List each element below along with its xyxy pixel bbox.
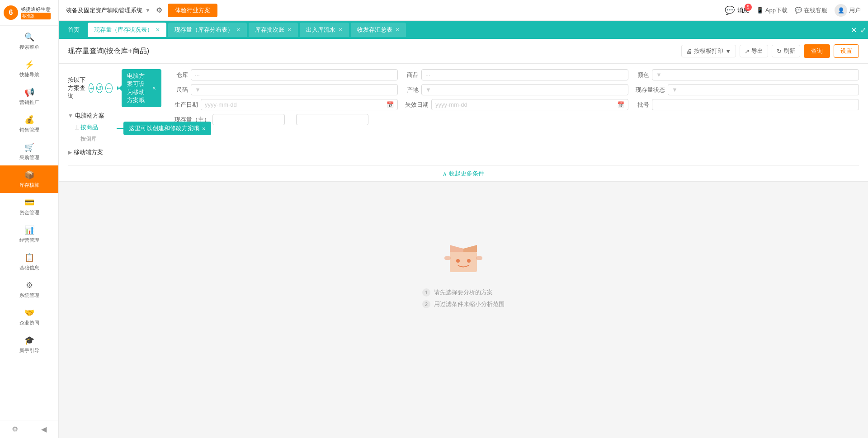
color-label: 颜色 xyxy=(636,71,649,79)
logo-icon: 6 xyxy=(4,5,18,20)
message-area[interactable]: 💬 9 消息 xyxy=(725,5,749,15)
origin-dropdown-icon: ▼ xyxy=(425,86,431,93)
tab-flow-close[interactable]: ✕ xyxy=(338,27,343,33)
user-label: 用户 xyxy=(849,6,861,14)
export-button[interactable]: ↗ 导出 xyxy=(740,45,768,57)
scheme-popup: 电脑方案可设为移动方案哦 × xyxy=(122,69,161,107)
edit-popup-text: 这里可以创建和修改方案哦 xyxy=(129,124,199,132)
origin-input[interactable]: ▼ xyxy=(421,84,628,95)
refresh-label: 刷新 xyxy=(783,47,795,55)
sidebar-collapse-button[interactable]: ◀ xyxy=(41,425,47,433)
sidebar-item-label: 系统管理 xyxy=(19,292,39,299)
tab-maximize-icon[interactable]: ⤢ xyxy=(860,26,866,34)
size-input[interactable]: ▼ xyxy=(191,84,398,95)
edit-popup-close[interactable]: × xyxy=(202,125,206,132)
finance-icon: 💳 xyxy=(24,198,34,207)
tab-summary[interactable]: 收发存汇总表 ✕ xyxy=(351,23,406,37)
print-icon: 🖨 xyxy=(686,48,692,55)
topbar-settings-icon[interactable]: ⚙ xyxy=(156,6,162,14)
search-menu-icon: 🔍 xyxy=(24,32,34,42)
tab-batch-close[interactable]: ✕ xyxy=(287,27,292,33)
empty-step-2: 2 用过滤条件来缩小分析范围 xyxy=(422,300,505,308)
sidebar-item-search[interactable]: 🔍 搜索菜单 xyxy=(0,28,58,55)
refresh-icon: ↺ xyxy=(97,85,102,92)
production-date-field: 生产日期 yyyy-mm-dd 📅 xyxy=(175,99,398,110)
tab-stock-status-close[interactable]: ✕ xyxy=(156,27,160,33)
goods-dots: ··· xyxy=(425,71,430,78)
sidebar-item-enterprise[interactable]: 🤝 企业协同 xyxy=(0,303,58,331)
trial-button[interactable]: 体验行业方案 xyxy=(168,4,217,17)
print-button[interactable]: 🖨 按模板打印 ▼ xyxy=(681,45,736,57)
user-area[interactable]: 👤 用户 xyxy=(835,4,861,17)
add-scheme-button[interactable]: + xyxy=(89,83,94,93)
tab-stock-status-label: 现存量（库存状况表） xyxy=(94,26,153,34)
stock-qty-dash: — xyxy=(288,116,293,123)
scheme-popup-text: 电脑方案可设为移动方案哦 xyxy=(127,72,149,104)
tab-summary-label: 收发存汇总表 xyxy=(357,26,392,34)
sidebar-item-system[interactable]: ⚙ 系统管理 xyxy=(0,276,58,303)
color-input[interactable]: ▼ xyxy=(652,69,859,80)
stock-status-field: 现存量状态 ▼ xyxy=(636,84,859,95)
tab-summary-close[interactable]: ✕ xyxy=(395,27,400,33)
expiry-date-input[interactable]: yyyy-mm-dd 📅 xyxy=(431,99,628,110)
tab-stock-dist-close[interactable]: ✕ xyxy=(236,27,241,33)
back-scheme-button[interactable]: ← xyxy=(105,83,113,93)
sidebar-settings-button[interactable]: ⚙ xyxy=(12,425,18,433)
tree-desktop-scheme[interactable]: ▼ 电脑端方案 xyxy=(68,110,161,122)
sidebar-item-inventory[interactable]: 📦 库存核算 xyxy=(0,165,58,193)
filter-area: 按以下方案查询 + ↺ ← xyxy=(59,64,868,182)
tree-mobile-scheme[interactable]: ▶ 移动端方案 xyxy=(68,146,161,158)
app-download-icon: 📱 xyxy=(756,7,764,14)
sidebar-item-marketing[interactable]: 📢 营销推广 xyxy=(0,83,58,110)
color-dropdown-icon: ▼ xyxy=(656,71,662,78)
refresh-scheme-button[interactable]: ↺ xyxy=(96,83,103,93)
sidebar-item-label: 采购管理 xyxy=(19,154,39,161)
tab-stock-dist[interactable]: 现存量（库存分布表） ✕ xyxy=(168,23,247,37)
goods-input[interactable]: ··· xyxy=(421,69,628,80)
sidebar-item-management[interactable]: 📊 经营管理 xyxy=(0,221,58,248)
sidebar-item-purchase[interactable]: 🛒 采购管理 xyxy=(0,138,58,165)
user-avatar: 👤 xyxy=(835,4,847,17)
batch-label: 批号 xyxy=(636,101,649,109)
sidebar-item-sales[interactable]: 💰 销售管理 xyxy=(0,110,58,138)
app-download-area[interactable]: 📱 App下载 xyxy=(756,6,788,14)
refresh-button[interactable]: ↻ 刷新 xyxy=(772,45,800,57)
sidebar-item-label: 企业协同 xyxy=(19,320,39,326)
collapse-more-button[interactable]: ∧ 收起更多条件 xyxy=(68,165,859,181)
search-button[interactable]: 查询 xyxy=(804,44,830,58)
scheme-popup-close[interactable]: × xyxy=(152,85,156,92)
sidebar-item-quicknav[interactable]: ⚡ 快捷导航 xyxy=(0,55,58,83)
scheme-tree: ▼ 电脑端方案 xyxy=(68,110,161,158)
stock-status-input[interactable]: ▼ xyxy=(668,84,859,95)
back-icon: ← xyxy=(106,85,112,92)
batch-input[interactable] xyxy=(652,99,859,110)
sidebar-item-finance[interactable]: 💳 资金管理 xyxy=(0,193,58,221)
tree-goods-item[interactable]: 按商品 xyxy=(80,122,98,133)
origin-label: 产地 xyxy=(405,86,419,94)
sidebar-item-guide[interactable]: 🎓 新手引导 xyxy=(0,331,58,358)
production-date-input[interactable]: yyyy-mm-dd 📅 xyxy=(201,99,398,110)
stock-qty-to-input[interactable] xyxy=(296,114,368,125)
tab-batch[interactable]: 库存批次账 ✕ xyxy=(249,23,298,37)
tree-goods-label: 按商品 xyxy=(80,123,98,132)
sidebar-item-basic[interactable]: 📋 基础信息 xyxy=(0,248,58,276)
export-icon: ↗ xyxy=(745,48,750,55)
tab-stock-status[interactable]: 现存量（库存状况表） ✕ xyxy=(88,23,166,37)
setting-button[interactable]: 设置 xyxy=(834,44,859,58)
user-avatar-icon: 👤 xyxy=(838,7,844,14)
tab-flow[interactable]: 出入库流水 ✕ xyxy=(300,23,349,37)
page-title: 现存量查询(按仓库+商品) xyxy=(68,47,149,56)
filter-row-2: 尺码 ▼ 产地 ▼ xyxy=(175,84,859,95)
system-selector[interactable]: 装备及固定资产辅助管理系统 ▼ xyxy=(66,6,151,14)
filter-header-row: 按以下方案查询 + ↺ ← xyxy=(68,69,859,164)
origin-field: 产地 ▼ xyxy=(405,84,628,95)
tab-close-all-icon[interactable]: ✕ xyxy=(851,26,857,34)
warehouse-input[interactable]: ··· xyxy=(191,69,398,80)
tab-home[interactable]: 首页 xyxy=(61,23,86,37)
tree-sub-item-area: 按商品 这里可以创建和修改方案哦 × xyxy=(75,122,161,133)
svg-point-2 xyxy=(467,259,471,263)
guide-icon: 🎓 xyxy=(24,335,34,345)
export-label: 导出 xyxy=(751,47,763,55)
stock-qty-from-input[interactable] xyxy=(212,114,285,125)
online-service-area[interactable]: 💬 在线客服 xyxy=(795,6,827,14)
